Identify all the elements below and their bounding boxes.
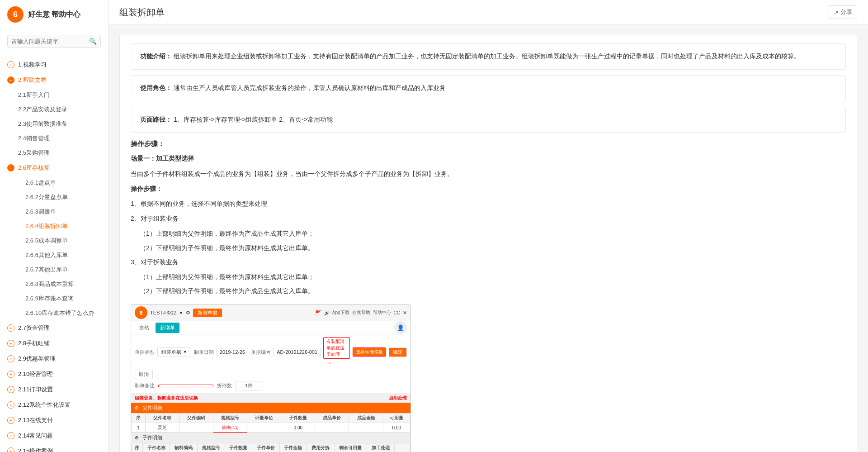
expand-icon-6: + xyxy=(7,371,14,378)
logo-text: 好生意 帮助中心 xyxy=(28,10,80,19)
page-title: 组装拆卸单 xyxy=(119,6,165,19)
sidebar-item-purchase[interactable]: 2.5采购管理 xyxy=(0,146,108,160)
sidebar-label-cases: 2.15操作案例 xyxy=(18,447,53,452)
sidebar-label-faq: 2.14常见问题 xyxy=(18,432,53,440)
sidebar-item-helpdoc[interactable]: − 2.帮助文档 xyxy=(0,72,108,88)
sidebar-label-payment: 2.13在线支付 xyxy=(18,416,53,424)
app-download-label: App下载 xyxy=(332,309,349,316)
sidebar-item-outbound[interactable]: 2.6.7其他出库单 xyxy=(0,262,108,277)
sidebar-item-ledger[interactable]: 2.6.9库存账本查询 xyxy=(0,291,108,306)
share-button[interactable]: ↗ 分享 xyxy=(829,5,857,19)
td-spec: 搞地(-11) xyxy=(213,423,247,433)
step2-1: （1）上部明细为父件明细，最终作为产成品生成其它入库单； xyxy=(140,228,846,239)
sidebar-item-label: 2.帮助文档 xyxy=(18,76,47,84)
main: 组装拆卸单 ↗ 分享 功能介绍： 组装拆卸单用来处理企业组装或拆卸等加工业务，支… xyxy=(108,0,868,452)
sidebar-item-assembly[interactable]: 2.6.4组装拆卸单 xyxy=(0,219,108,233)
sidebar-item-mobile[interactable]: + 2.8手机旺铺 xyxy=(0,336,108,351)
th-parent-name: 父件名称 xyxy=(145,414,179,423)
role-label: 使用角色： xyxy=(140,84,172,91)
tab-natural[interactable]: 自然 xyxy=(135,323,154,333)
sidebar-item-cases[interactable]: + 2.15操作案例 xyxy=(0,443,108,452)
sub-input[interactable]: 1件 xyxy=(236,381,262,390)
annot-box-1: 有装配清单的在这里处理 xyxy=(323,337,350,359)
sidebar-item-finance[interactable]: + 2.7资金管理 xyxy=(0,320,108,336)
th-amount: 成品金额 xyxy=(349,414,383,423)
date-input[interactable]: 2019-12-26 xyxy=(217,348,248,356)
annot-text-2: 组装业务、拆卸业务在这里切换 xyxy=(135,395,198,401)
upper-table-header: ⊕ 父件明细 xyxy=(131,403,410,413)
lth-split: 费用分拆 xyxy=(307,443,335,452)
annotation-area-1: 有装配清单的在这里处理 → xyxy=(323,337,350,367)
sidebar-label-ops: 2.10经营管理 xyxy=(18,370,53,378)
td-parent-name: 灵芝 xyxy=(145,423,179,433)
doc-type-value: 组装单据 xyxy=(161,349,181,356)
td-unit-price xyxy=(315,423,349,433)
lower-table-header: ⊕ 子件明细 xyxy=(131,433,410,443)
confirm-btn[interactable]: 确定 xyxy=(389,347,407,357)
th-spec: 规格型号 xyxy=(213,414,247,423)
mock-tabbar: 自然 新增单 👤 xyxy=(131,321,410,334)
sidebar-item-ops[interactable]: + 2.10经营管理 xyxy=(0,366,108,382)
path-text: 1、库存核算->库存管理->组装拆卸单 2、首页->常用功能 xyxy=(174,116,333,123)
content-area: 功能介绍： 组装拆卸单用来处理企业组装或拆卸等加工业务，支持有固定装配清单的产品… xyxy=(108,25,868,452)
content-body: 功能介绍： 组装拆卸单用来处理企业组装或拆卸等加工业务，支持有固定装配清单的产品… xyxy=(119,34,857,452)
scene1-title: 场景一：加工类型选择 xyxy=(131,153,846,164)
sidebar-item-sales[interactable]: 2.4销售管理 xyxy=(0,131,108,146)
sidebar-item-print[interactable]: + 2.11打印设置 xyxy=(0,382,108,397)
ref-input[interactable]: AD-20191226-001 xyxy=(274,348,321,356)
sidebar-item-costadj[interactable]: 2.6.5成本调整单 xyxy=(0,233,108,248)
sidebar-item-payment[interactable]: + 2.13在线支付 xyxy=(0,413,108,428)
company-name: TEST-H002 xyxy=(150,310,176,315)
topbar: 组装拆卸单 ↗ 分享 xyxy=(108,0,868,25)
upper-table-icon: ⊕ xyxy=(135,405,139,411)
sidebar-item-stocktake2[interactable]: 2.6.2分量盘点单 xyxy=(0,190,108,205)
spec-value: 搞地(-11) xyxy=(222,425,239,430)
sidebar-item-newuser[interactable]: 2.1新手入门 xyxy=(0,88,108,102)
sidebar-item-inventory[interactable]: − 2.6库存核算 xyxy=(0,160,108,176)
th-child-qty: 子件数量 xyxy=(281,414,315,423)
sidebar-item-dataprep[interactable]: 2.3使用前数据准备 xyxy=(0,117,108,131)
user-avatar[interactable]: 👤 xyxy=(394,321,407,334)
sidebar-item-costrecalc[interactable]: 2.6.8商品成本重算 xyxy=(0,277,108,291)
td-available: 0.00 xyxy=(383,423,410,433)
step1: 1、根据不同的业务，选择不同单据的类型来处理 xyxy=(131,198,846,209)
sidebar-item-label: 1.视频学习 xyxy=(18,61,47,69)
flag-icon: 🚩 xyxy=(315,310,321,316)
annot-text-3: 启用处理 xyxy=(389,395,407,401)
annotation-row-2: 组装业务、拆卸业务在这里切换 启用处理 xyxy=(131,394,410,403)
sidebar-item-faq[interactable]: + 2.14常见问题 xyxy=(0,428,108,443)
search-input[interactable] xyxy=(11,38,89,45)
sidebar-item-install[interactable]: 2.2产品安装及登录 xyxy=(0,102,108,117)
doc-type-select[interactable]: 组装单据 ▼ xyxy=(157,347,191,357)
close-icon[interactable]: ✕ xyxy=(403,310,407,316)
sidebar-item-ledgererr[interactable]: 2.6.10库存账本错了怎么办 xyxy=(0,306,108,320)
step2-2: （2）下部明细为子件明细，最终作为原材料生成其它出库单。 xyxy=(140,243,846,254)
search-icon[interactable]: 🔍 xyxy=(89,38,97,45)
lth-name: 子件名称 xyxy=(142,443,170,452)
share-icon: ↗ xyxy=(834,9,839,16)
remark-input[interactable] xyxy=(158,385,213,387)
path-label: 页面路径： xyxy=(140,116,172,123)
sidebar-item-stocktake[interactable]: 2.6.1盘点单 xyxy=(0,176,108,190)
template-btn[interactable]: 选择标准模板 xyxy=(353,347,386,357)
sidebar-item-coupon[interactable]: + 2.9优惠券管理 xyxy=(0,351,108,366)
tab-newdoc[interactable]: 新增单 xyxy=(156,323,179,333)
sidebar-item-settings[interactable]: + 2.12系统个性化设置 xyxy=(0,397,108,413)
remark-label: 制单备注 xyxy=(135,382,155,389)
sidebar-item-transfer[interactable]: 2.6.3调拨单 xyxy=(0,205,108,219)
lth-process: 加工处理 xyxy=(367,443,395,452)
sidebar-item-video[interactable]: + 1.视频学习 xyxy=(0,57,108,72)
sidebar-label-print: 2.11打印设置 xyxy=(18,385,53,394)
nav-icon: 🔊 xyxy=(324,310,330,315)
lth-remain: 剩余可用量 xyxy=(334,443,367,452)
sidebar-item-inbound[interactable]: 2.6.6其他入库单 xyxy=(0,248,108,262)
new-doc-btn[interactable]: 新增单据 xyxy=(193,309,222,317)
cancel-btn[interactable]: 取消 xyxy=(135,370,153,379)
search-area: 🔍 xyxy=(0,29,108,53)
mock-app: 6 TEST-H002 ▼ ⚙ 新增单据 🚩 🔊 App下载 在线帮助 帮助中心… xyxy=(131,304,411,452)
sub-label: 拆件数 xyxy=(217,382,232,389)
expand-icon-4: + xyxy=(7,340,14,347)
th-unit-price: 成品单价 xyxy=(315,414,349,423)
td-parent-code xyxy=(179,423,213,433)
sidebar-label-settings: 2.12系统个性化设置 xyxy=(18,401,71,409)
